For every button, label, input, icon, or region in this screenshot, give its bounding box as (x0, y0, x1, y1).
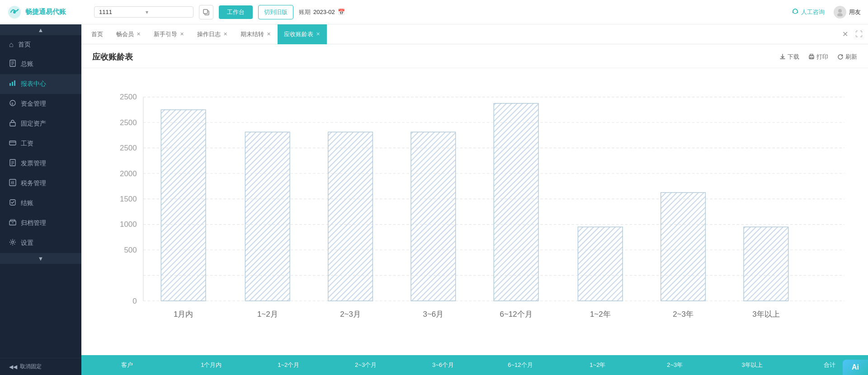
sidebar-item-settlement[interactable]: 结账 (0, 193, 81, 213)
period-area: 账期 2023-02 📅 (299, 8, 345, 16)
sidebar-item-home[interactable]: ⌂ 首页 (0, 35, 81, 54)
svg-rect-66 (661, 192, 706, 301)
switch-version-button[interactable]: 切到旧版 (258, 5, 293, 19)
svg-text:2~3年: 2~3年 (673, 310, 693, 319)
svg-text:6~12个月: 6~12个月 (500, 310, 533, 319)
sidebar-scroll-up[interactable]: ▲ (0, 24, 81, 35)
archive-icon (9, 219, 16, 228)
svg-text:2500: 2500 (120, 118, 137, 127)
svg-text:3~6月: 3~6月 (423, 310, 444, 319)
page-content: 应收账龄表 下载 打印 (81, 44, 868, 375)
headset-icon (791, 8, 799, 16)
aging-chart: 2500 2500 2500 2000 1500 1000 500 0 (92, 75, 857, 348)
sidebar-scroll-down[interactable]: ▼ (0, 253, 81, 264)
tab-guide-close[interactable]: ✕ (180, 31, 184, 37)
tax-icon: 税 (9, 179, 16, 188)
col-1-2month: 1~2个月 (250, 361, 327, 369)
user-area[interactable]: 用友 (834, 6, 861, 19)
page-title: 应收账龄表 (92, 52, 133, 62)
sidebar-item-tax[interactable]: 税 税务管理 (0, 173, 81, 193)
ledger-icon (9, 60, 16, 69)
svg-text:2500: 2500 (120, 93, 137, 101)
calendar-icon[interactable]: 📅 (338, 9, 345, 15)
refresh-button[interactable]: 刷新 (837, 53, 857, 61)
svg-rect-60 (411, 132, 456, 301)
table-header: 客户 1个月内 1~2个月 2~3个月 3~6个月 6~12个月 1~2年 2~… (81, 355, 868, 375)
svg-text:税: 税 (11, 181, 14, 185)
svg-text:3年以上: 3年以上 (752, 310, 779, 319)
svg-point-8 (837, 13, 843, 16)
reports-icon (9, 80, 16, 89)
copy-icon (203, 9, 210, 16)
col-6-12month: 6~12个月 (482, 361, 559, 369)
svg-rect-56 (245, 132, 290, 301)
sidebar-label-ledger: 总账 (21, 60, 33, 68)
svg-rect-64 (578, 227, 623, 301)
consult-label: 人工咨询 (801, 8, 825, 16)
svg-text:500: 500 (124, 246, 137, 254)
app-header: 畅捷通易代账 1111 ▾ 工作台 切到旧版 账期 2023-02 📅 人工咨询 (0, 0, 868, 24)
tab-member[interactable]: 畅会员 ✕ (110, 24, 147, 44)
tab-guide[interactable]: 新手引导 ✕ (147, 24, 191, 44)
col-customer: 客户 (81, 361, 173, 369)
tab-aging[interactable]: 应收账龄表 ✕ (278, 24, 327, 44)
col-3year-plus: 3年以上 (713, 361, 791, 369)
sidebar-collapse-button[interactable]: ◀◀ 取消固定 (0, 358, 81, 375)
sidebar-item-archive[interactable]: 归档管理 (0, 213, 81, 233)
tab-aging-close[interactable]: ✕ (316, 31, 320, 37)
maximize-tab-button[interactable]: ⛶ (854, 28, 864, 40)
workbench-button[interactable]: 工作台 (219, 5, 253, 19)
svg-text:1~2月: 1~2月 (257, 310, 278, 319)
sidebar-item-invoice[interactable]: 发票管理 (0, 154, 81, 173)
svg-text:2000: 2000 (120, 169, 137, 178)
sidebar-label-home: 首页 (18, 41, 31, 49)
svg-point-1 (13, 11, 16, 14)
download-label: 下载 (788, 53, 799, 61)
svg-rect-54 (161, 110, 206, 301)
tab-log-close[interactable]: ✕ (223, 31, 227, 37)
svg-rect-21 (10, 159, 15, 166)
chevron-down-icon: ▾ (146, 9, 189, 15)
sidebar-label-invoice: 发票管理 (21, 159, 46, 168)
ai-badge[interactable]: Ai (843, 360, 868, 375)
logo-icon (7, 5, 22, 19)
sidebar-item-finance[interactable]: $ 资金管理 (0, 94, 81, 114)
col-2-3month: 2~3个月 (327, 361, 405, 369)
sidebar-item-assets[interactable]: 固定资产 (0, 114, 81, 134)
sidebar-item-ledger[interactable]: 总账 (0, 54, 81, 74)
sidebar-item-reports[interactable]: 报表中心 (0, 74, 81, 94)
company-name: 1111 (99, 9, 142, 15)
avatar-icon (836, 8, 844, 16)
page-actions: 下载 打印 (779, 53, 857, 61)
copy-button[interactable] (199, 5, 213, 19)
period-value: 2023-02 (313, 9, 335, 15)
tab-period-end-close[interactable]: ✕ (267, 31, 271, 37)
download-button[interactable]: 下载 (779, 53, 799, 61)
close-tab-button[interactable]: ✕ (840, 28, 850, 40)
tab-period-end[interactable]: 期末结转 ✕ (234, 24, 278, 44)
svg-rect-3 (203, 9, 208, 14)
tab-member-label: 畅会员 (116, 30, 134, 38)
svg-rect-33 (810, 54, 813, 56)
tab-guide-label: 新手引导 (154, 30, 177, 38)
svg-point-7 (838, 9, 842, 13)
svg-rect-14 (12, 82, 13, 86)
content-area: 首页 畅会员 ✕ 新手引导 ✕ 操作日志 ✕ 期末结转 ✕ 应收账龄表 ✕ (81, 24, 868, 375)
svg-text:1~2年: 1~2年 (590, 310, 611, 319)
print-button[interactable]: 打印 (808, 53, 828, 61)
col-2-3year: 2~3年 (636, 361, 713, 369)
sidebar-item-settings[interactable]: 设置 (0, 233, 81, 253)
tab-member-close[interactable]: ✕ (137, 31, 141, 37)
print-label: 打印 (816, 53, 828, 61)
consult-button[interactable]: 人工咨询 (791, 8, 825, 16)
page-header: 应收账龄表 下载 打印 (81, 44, 868, 68)
tab-log[interactable]: 操作日志 ✕ (191, 24, 234, 44)
tab-home[interactable]: 首页 (85, 24, 110, 44)
tab-home-label: 首页 (91, 30, 103, 38)
sidebar-item-salary[interactable]: 工资 (0, 134, 81, 154)
sidebar-label-finance: 资金管理 (21, 100, 46, 108)
tabs-actions: ✕ ⛶ (840, 28, 864, 40)
svg-rect-13 (9, 83, 11, 86)
chart-container: 2500 2500 2500 2000 1500 1000 500 0 (81, 68, 868, 355)
company-selector[interactable]: 1111 ▾ (94, 6, 193, 18)
